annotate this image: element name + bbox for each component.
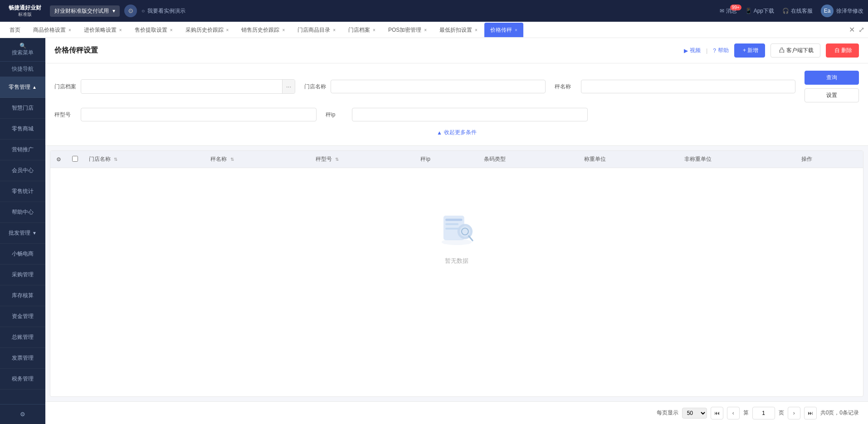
tab-min-discount[interactable]: 最低折扣设置 × <box>434 23 483 37</box>
filter-settings-button[interactable]: 设置 <box>805 88 859 102</box>
last-page-button[interactable]: ⏭ <box>804 407 817 419</box>
sort-store-name-icon[interactable]: ⇅ <box>114 157 117 162</box>
user-area[interactable]: Ea 徐泽华修改 <box>821 5 863 17</box>
th-settings[interactable]: ⚙ <box>50 151 67 168</box>
add-button[interactable]: + 新增 <box>734 43 765 58</box>
tab-purchase-history[interactable]: 采购历史价跟踪 × <box>180 23 235 37</box>
tab-sales-history[interactable]: 销售历史价跟踪 × <box>235 23 291 37</box>
prev-page-button[interactable]: ‹ <box>727 407 740 419</box>
tab-sale-extract-close[interactable]: × <box>170 28 173 33</box>
sidebar-settings-button[interactable]: ⚙ <box>0 404 45 424</box>
filter-store-archive-input[interactable] <box>81 80 282 93</box>
sidebar-item-marketing[interactable]: 营销推广 <box>0 140 45 160</box>
sidebar-item-retail-stats[interactable]: 零售统计 <box>0 181 45 202</box>
filter-store-archive-btn[interactable]: ··· <box>282 80 295 93</box>
sidebar-item-invoice[interactable]: 发票管理 <box>0 348 45 369</box>
sidebar-item-ecommerce[interactable]: 小畅电商 <box>0 244 45 265</box>
message-button[interactable]: ✉ 消息 99+ <box>720 7 737 15</box>
filter-scale-name-input[interactable] <box>581 80 795 93</box>
tab-home[interactable]: 首页 <box>4 23 26 37</box>
delete-button[interactable]: 自 删除 <box>826 43 859 58</box>
tab-sales-history-label: 销售历史价跟踪 <box>241 26 279 34</box>
filter-scale-name: 秤名称 <box>555 80 795 93</box>
th-operation: 操作 <box>796 151 863 168</box>
demo-text: 我要看实例演示 <box>147 7 185 15</box>
query-btn-group: 查询 设置 <box>805 71 859 102</box>
download-icon: 📱 <box>745 8 752 14</box>
th-weight-unit: 称重单位 <box>579 151 679 168</box>
settings-icon[interactable]: ⚙ <box>124 5 137 17</box>
per-page-select[interactable]: 10 20 50 100 <box>682 408 707 419</box>
video-link[interactable]: ▶ 视频 <box>684 47 701 54</box>
tab-min-discount-close[interactable]: × <box>475 28 478 33</box>
expand-tabs-button[interactable]: ⤢ <box>858 25 864 34</box>
sidebar-item-tax[interactable]: 税务管理 <box>0 369 45 390</box>
sidebar-quick-nav[interactable]: 快捷导航 <box>0 62 45 77</box>
filter-store-name-input[interactable] <box>331 80 545 93</box>
sidebar-item-retail-mall[interactable]: 零售商城 <box>0 119 45 140</box>
th-scale-ip: 秤ip <box>415 151 478 168</box>
filter-scale-model-input[interactable] <box>81 108 317 121</box>
tab-pos-encrypt-close[interactable]: × <box>424 28 427 33</box>
tab-store-catalog-close[interactable]: × <box>333 28 336 33</box>
table-body: 暂无数据 <box>50 168 863 302</box>
sidebar-item-wholesale[interactable]: 批发管理 ▼ <box>0 223 45 244</box>
tab-price-scale-close[interactable]: × <box>515 28 517 33</box>
query-button[interactable]: 查询 <box>805 71 859 85</box>
tab-controls: ✕ ⤢ <box>849 25 864 34</box>
sidebar-item-retail[interactable]: 零售管理 ▲ <box>0 77 45 98</box>
sidebar-item-finance[interactable]: 资金管理 <box>0 306 45 327</box>
sidebar-item-ledger[interactable]: 总账管理 <box>0 327 45 348</box>
table-header-row: ⚙ 门店名称 ⇅ 秤名称 ⇅ 秤型号 <box>50 151 863 168</box>
sort-scale-name-icon[interactable]: ⇅ <box>230 157 234 162</box>
sidebar-item-inventory[interactable]: 库存核算 <box>0 285 45 306</box>
tab-price-scale[interactable]: 价格传秤 × <box>484 23 523 37</box>
avatar: Ea <box>821 5 834 17</box>
empty-state: 暂无数据 <box>50 168 863 301</box>
tab-sales-history-close[interactable]: × <box>282 28 285 33</box>
tab-purchase-strategy-label: 进价策略设置 <box>84 26 117 34</box>
close-all-tabs-button[interactable]: ✕ <box>849 25 855 34</box>
th-checkbox[interactable] <box>67 151 83 168</box>
first-page-button[interactable]: ⏮ <box>711 407 723 419</box>
tab-pos-encrypt[interactable]: POS加密管理 × <box>382 23 433 37</box>
sidebar-search[interactable]: 🔍 搜索菜单 <box>0 38 45 62</box>
tab-product-price[interactable]: 商品价格设置 × <box>27 23 77 37</box>
tab-min-discount-label: 最低折扣设置 <box>439 26 472 34</box>
sidebar-item-smart-store-label: 智慧门店 <box>12 104 34 112</box>
collapse-button[interactable]: ▲ 收起更多条件 <box>54 127 859 138</box>
version-selector[interactable]: 好业财标准版交付试用 ▾ <box>50 5 120 17</box>
tab-sale-extract-label: 售价提取设置 <box>135 26 167 34</box>
sidebar-quick-nav-label: 快捷导航 <box>0 65 45 73</box>
sort-scale-model-icon[interactable]: ⇅ <box>335 157 339 162</box>
online-service-button[interactable]: 🎧 在线客服 <box>782 7 813 15</box>
username: 徐泽华修改 <box>836 7 863 15</box>
tab-purchase-strategy-close[interactable]: × <box>119 28 122 33</box>
tab-purchase-history-close[interactable]: × <box>226 28 229 33</box>
sidebar-item-purchase[interactable]: 采购管理 <box>0 265 45 285</box>
main-layout: 🔍 搜索菜单 快捷导航 零售管理 ▲ 智慧门店 零售商城 营销推广 会员中心 零… <box>0 38 868 424</box>
tab-store-archive-close[interactable]: × <box>373 28 375 33</box>
sidebar-item-smart-store[interactable]: 智慧门店 <box>0 98 45 119</box>
tab-pos-encrypt-label: POS加密管理 <box>388 26 421 34</box>
tab-purchase-strategy[interactable]: 进价策略设置 × <box>78 23 128 37</box>
play-icon: ▶ <box>684 48 688 54</box>
tab-sale-extract[interactable]: 售价提取设置 × <box>129 23 179 37</box>
filter-scale-ip-input[interactable] <box>352 108 588 121</box>
app-download-button[interactable]: 📱 App下载 <box>745 7 774 15</box>
demo-link[interactable]: ○ 我要看实例演示 <box>141 7 185 15</box>
question-icon: ? <box>713 48 716 54</box>
per-page-label: 每页显示 <box>657 409 678 417</box>
next-page-button[interactable]: › <box>788 407 800 419</box>
sidebar-item-ledger-label: 总账管理 <box>12 333 34 341</box>
tab-store-archive[interactable]: 门店档案 × <box>342 23 381 37</box>
select-all-checkbox[interactable] <box>72 156 78 162</box>
page-number-input[interactable] <box>752 407 775 419</box>
tab-product-price-close[interactable]: × <box>68 28 71 33</box>
sidebar-item-help[interactable]: 帮助中心 <box>0 202 45 223</box>
client-download-button[interactable]: 凸 客户端下载 <box>770 43 820 58</box>
expand-icon: ▲ <box>32 85 37 90</box>
sidebar-item-members[interactable]: 会员中心 <box>0 160 45 181</box>
tab-store-catalog[interactable]: 门店商品目录 × <box>292 23 341 37</box>
help-link[interactable]: ? 帮助 <box>713 47 729 54</box>
